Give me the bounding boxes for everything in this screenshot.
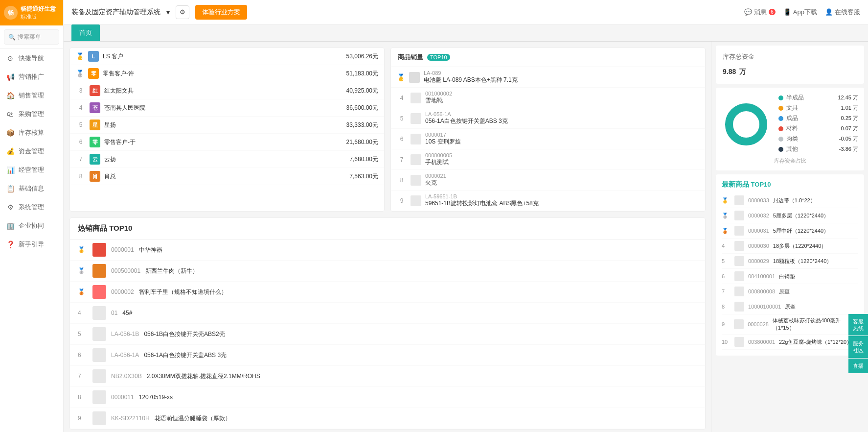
rank-number: 4 — [397, 95, 407, 101]
logo-text-line2: 标准版 — [21, 13, 56, 21]
trial-button[interactable]: 体验行业方案 — [195, 5, 247, 20]
medal-icon: 🥇 — [76, 52, 84, 60]
panels-area: 🥇 L LS 客户 53,006.26元 🥈 零 零售客户-许 51,183.0… — [64, 42, 711, 432]
sidebar-item-guide[interactable]: ❓ 新手引导 — [0, 235, 63, 254]
live-broadcast-button[interactable]: 直播 — [848, 359, 868, 373]
message-badge: 6 — [769, 9, 776, 15]
sidebar-item-quick-nav[interactable]: ⊙ 快捷导航 — [0, 49, 63, 68]
message-button[interactable]: 💬 消息 6 — [744, 8, 776, 17]
sidebar-item-enterprise[interactable]: 🏢 企业协同 — [0, 216, 63, 235]
product-name: 雪地靴 — [425, 96, 452, 105]
legend-value: 0.07 万 — [841, 125, 858, 132]
product-thumbnail — [411, 195, 421, 206]
operations-icon: 📊 — [6, 166, 15, 174]
sidebar-item-base-info[interactable]: 📋 基础信息 — [0, 179, 63, 198]
svg-point-1 — [729, 107, 763, 142]
product-thumbnail — [411, 134, 421, 144]
product-code: 000800005 — [425, 152, 452, 158]
settings-button[interactable]: ⚙ — [176, 5, 189, 19]
product-name: 电池盖 LA-089 ABS本色+黑种 7.1克 — [424, 76, 518, 84]
app-download-button[interactable]: 📱 App下载 — [783, 8, 817, 17]
product-thumbnail — [734, 302, 744, 312]
legend-value: 1.01 万 — [841, 104, 858, 112]
legend-dot — [778, 137, 783, 142]
list-item: 4 0000030 18多层（1220*2440） — [722, 239, 858, 254]
sidebar-item-system[interactable]: ⚙ 系统管理 — [0, 198, 63, 216]
sidebar-item-sales[interactable]: 🏠 销售管理 — [0, 86, 63, 105]
rank-number: 5 — [722, 258, 731, 264]
product-name: 体械荔枝味苏打饮品400毫升（1*15） — [773, 317, 858, 332]
sidebar: 畅 畅捷通好生意 标准版 🔍 搜索菜单 ⊙ 快捷导航 📢 营销推广 🏠 销售管理… — [0, 0, 64, 432]
content-area: 🥇 L LS 客户 53,006.26元 🥈 零 零售客户-许 51,183.0… — [64, 42, 868, 432]
legend-item-material: 材料 0.07 万 — [778, 124, 858, 133]
legend-item-meat: 肉类 -0.05 万 — [778, 135, 858, 143]
product-thumbnail — [92, 390, 106, 404]
product-thumbnail — [92, 369, 106, 383]
product-name: 18颗粒板（1220*2440） — [773, 258, 832, 265]
table-row: 8 肖 肖总 7,563.00元 — [70, 168, 384, 185]
tab-home[interactable]: 首页 — [71, 24, 100, 41]
product-thumbnail — [734, 241, 744, 251]
avatar: 肖 — [90, 171, 100, 182]
header-chevron-icon: ▾ — [166, 8, 170, 16]
chart-legend: 半成品 12.45 万 文具 1.01 万 成品 0.25 万 — [778, 94, 858, 155]
medal-icon: 🥇 — [722, 197, 731, 204]
legend-label: 肉类 — [786, 135, 836, 143]
legend-dot — [778, 96, 783, 100]
product-thumbnail — [734, 337, 744, 347]
service-community-button[interactable]: 服务社区 — [848, 336, 868, 358]
product-thumbnail — [92, 285, 106, 299]
product-name: 18多层（1220*2440） — [773, 242, 826, 250]
sidebar-item-purchase[interactable]: 🛍 采购管理 — [0, 105, 63, 123]
base-info-icon: 📋 — [6, 184, 15, 193]
legend-item-other: 其他 -3.86 万 — [778, 145, 858, 153]
customer-service-button[interactable]: 客服热线 — [848, 314, 868, 336]
sidebar-item-marketing[interactable]: 📢 营销推广 — [0, 68, 63, 86]
product-code: 0000032 — [748, 213, 769, 218]
customer-amount: 51,183.00元 — [346, 70, 378, 78]
avatar: L — [88, 51, 99, 62]
product-name: 原查 — [779, 288, 790, 295]
product-thumbnail — [411, 154, 421, 165]
product-ranking-panel: 商品销量 TOP10 🥇 LA-089 电池盖 LA-089 ABS本色+黑种 … — [390, 48, 706, 212]
list-item: 🥈 000500001 新西兰牛肉（新牛） — [70, 261, 705, 282]
table-row: 🥇 L LS 客户 53,006.26元 — [70, 48, 384, 65]
list-item: 8 10000100001 原查 — [722, 299, 858, 314]
list-item: 5 0000029 18颗粒板（1220*2440） — [722, 254, 858, 269]
product-code: 0000021 — [425, 173, 446, 179]
medal-icon: 🥇 — [397, 73, 405, 81]
legend-dot — [778, 106, 783, 111]
top10-label: TOP10 — [749, 181, 771, 188]
avatar: 零 — [88, 68, 99, 79]
table-row: 7 000800005 手机测试 — [391, 149, 705, 170]
logo-text-line1: 畅捷通好生意 — [21, 5, 56, 13]
customer-amount: 53,006.26元 — [346, 52, 378, 61]
legend-dot — [778, 126, 783, 131]
donut-chart — [722, 100, 771, 149]
medal-icon: 🥈 — [722, 213, 731, 219]
list-item: 4 01 45# — [70, 303, 705, 324]
legend-value: 0.25 万 — [841, 115, 858, 122]
sidebar-item-inventory[interactable]: 📦 库存核算 — [0, 123, 63, 142]
table-row: 5 LA-056-1A 056-1A白色按键开关盖ABS 3克 — [391, 108, 705, 129]
product-name: 12070519-xs — [139, 394, 173, 401]
float-buttons: 客服热线 服务社区 直播 — [848, 314, 868, 373]
sidebar-item-operations[interactable]: 📊 经营管理 — [0, 161, 63, 179]
sidebar-logo: 畅 畅捷通好生意 标准版 — [0, 0, 63, 25]
online-service-button[interactable]: 👤 在线客服 — [825, 8, 860, 17]
rank-number: 4 — [78, 310, 88, 316]
product-code: LA-59651-1B — [425, 193, 539, 199]
product-code: 000500001 — [111, 267, 140, 274]
new-products-title: 最新商品 TOP10 — [722, 180, 858, 189]
avatar: 星 — [90, 120, 100, 130]
product-name: 59651-1B旋转投影灯电池盒 ABS黑色+58克 — [425, 199, 539, 208]
table-row: 🥈 零 零售客户-许 51,183.00元 — [70, 65, 384, 82]
inventory-amount: 9.88 万 — [723, 63, 857, 77]
search-menu-button[interactable]: 🔍 搜索菜单 — [4, 29, 59, 45]
product-thumbnail — [92, 348, 106, 362]
rank-number: 3 — [76, 87, 86, 94]
medal-icon: 🥈 — [78, 267, 88, 274]
hot-products-header: 热销商品 TOP10 — [70, 218, 705, 240]
sidebar-item-finance[interactable]: 💰 资金管理 — [0, 142, 63, 161]
inventory-unit: 万 — [739, 68, 746, 75]
